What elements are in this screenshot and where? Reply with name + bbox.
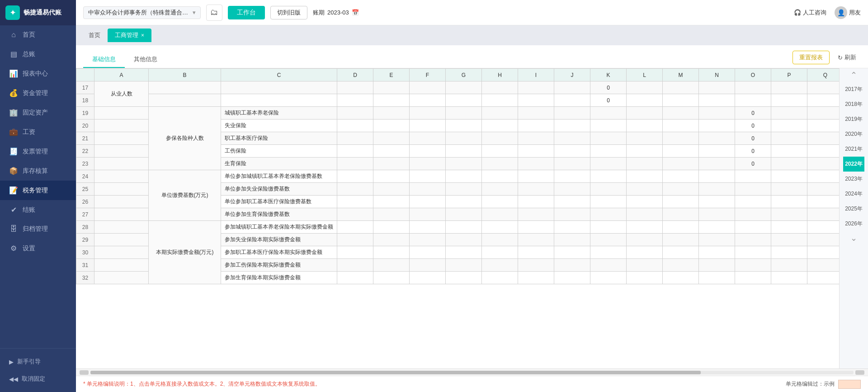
cell-col-j[interactable] <box>554 107 590 120</box>
cell-col-g[interactable] <box>446 246 482 259</box>
cell-col-c[interactable]: 城镇职工基本养老保险 <box>221 107 337 120</box>
cell-col-a[interactable] <box>94 234 149 246</box>
cell-col-o[interactable] <box>735 183 771 196</box>
year-scroll-up-button[interactable]: ⌃ <box>840 68 868 82</box>
cell-col-l[interactable] <box>627 81 663 94</box>
cell-col-f[interactable] <box>410 145 446 158</box>
cell-col-c[interactable]: 失业保险 <box>221 120 337 132</box>
cell-col-m[interactable] <box>663 145 699 158</box>
cell-col-n[interactable] <box>699 132 735 145</box>
col-header-c[interactable]: C <box>221 69 337 81</box>
cell-col-g[interactable] <box>446 81 482 94</box>
cell-col-i[interactable] <box>518 170 554 183</box>
cell-col-l[interactable] <box>627 107 663 120</box>
cell-col-l[interactable] <box>627 208 663 221</box>
cell-col-h[interactable] <box>482 234 518 246</box>
cell-col-k[interactable] <box>590 246 627 259</box>
cell-col-n[interactable] <box>699 170 735 183</box>
cell-col-k[interactable] <box>590 183 627 196</box>
sidebar-item-assets[interactable]: 🏢 固定资产 <box>0 103 76 122</box>
sidebar-item-home[interactable]: ⌂ 首页 <box>0 25 76 44</box>
scroll-right-button[interactable] <box>855 370 864 375</box>
cell-col-f[interactable] <box>410 170 446 183</box>
cell-col-j[interactable] <box>554 234 590 246</box>
scrollbar-thumb[interactable] <box>90 371 701 374</box>
cell-col-q[interactable] <box>807 170 840 183</box>
cell-col-i[interactable] <box>518 272 554 284</box>
sidebar-item-invoice[interactable]: 🧾 发票管理 <box>0 142 76 161</box>
cell-col-d[interactable] <box>337 246 373 259</box>
cell-col-j[interactable] <box>554 259 590 272</box>
cell-col-n[interactable] <box>699 208 735 221</box>
cell-col-p[interactable] <box>771 208 807 221</box>
cell-col-e[interactable] <box>373 158 410 170</box>
cell-col-i[interactable] <box>518 234 554 246</box>
cell-col-c[interactable]: 单位参加城镇职工基本养老保险缴费基数 <box>221 170 337 183</box>
cell-col-q[interactable] <box>807 208 840 221</box>
cell-col-i[interactable] <box>518 196 554 208</box>
year-item[interactable]: 2019年 <box>843 112 864 127</box>
cell-col-j[interactable] <box>554 208 590 221</box>
user-info[interactable]: 👤 用友 <box>835 6 861 19</box>
cell-col-i[interactable] <box>518 183 554 196</box>
cell-col-d[interactable] <box>337 120 373 132</box>
cell-col-l[interactable] <box>627 132 663 145</box>
cell-col-m[interactable] <box>663 158 699 170</box>
cell-col-g[interactable] <box>446 183 482 196</box>
cell-col-p[interactable] <box>771 107 807 120</box>
cell-col-n[interactable] <box>699 145 735 158</box>
cell-col-m[interactable] <box>663 170 699 183</box>
cell-col-j[interactable] <box>554 81 590 94</box>
cell-col-c[interactable] <box>221 81 337 94</box>
col-header-o[interactable]: O <box>735 69 771 81</box>
cell-col-n[interactable] <box>699 259 735 272</box>
cell-col-c[interactable]: 单位参加职工基本医疗保险缴费基数 <box>221 196 337 208</box>
cell-col-q[interactable] <box>807 221 840 234</box>
cell-col-f[interactable] <box>410 94 446 107</box>
cell-col-g[interactable] <box>446 259 482 272</box>
cell-col-q[interactable] <box>807 259 840 272</box>
cell-col-j[interactable] <box>554 196 590 208</box>
col-header-q[interactable]: Q <box>807 69 840 81</box>
cell-col-e[interactable] <box>373 132 410 145</box>
cell-col-g[interactable] <box>446 208 482 221</box>
year-item[interactable]: 2017年 <box>843 82 864 97</box>
cell-col-m[interactable] <box>663 81 699 94</box>
sidebar-item-salary[interactable]: 💼 工资 <box>0 122 76 142</box>
cell-col-p[interactable] <box>771 259 807 272</box>
cell-col-d[interactable] <box>337 221 373 234</box>
cell-col-e[interactable] <box>373 234 410 246</box>
cell-col-o[interactable] <box>735 246 771 259</box>
tab-business[interactable]: 工商管理 × <box>108 29 151 42</box>
cell-col-q[interactable] <box>807 94 840 107</box>
col-header-l[interactable]: L <box>627 69 663 81</box>
sub-tab-other[interactable]: 其他信息 <box>125 52 166 68</box>
cell-col-c[interactable]: 单位参加失业保险缴费基数 <box>221 183 337 196</box>
cell-col-a[interactable] <box>94 132 149 145</box>
cell-col-k[interactable] <box>590 234 627 246</box>
cell-col-c[interactable] <box>221 94 337 107</box>
cell-col-a[interactable] <box>94 107 149 120</box>
cell-col-i[interactable] <box>518 259 554 272</box>
cell-col-j[interactable] <box>554 221 590 234</box>
cell-col-m[interactable] <box>663 94 699 107</box>
cell-col-o[interactable]: 0 <box>735 145 771 158</box>
cell-col-h[interactable] <box>482 107 518 120</box>
cell-col-h[interactable] <box>482 208 518 221</box>
cell-col-o[interactable] <box>735 81 771 94</box>
cell-col-j[interactable] <box>554 158 590 170</box>
cell-col-m[interactable] <box>663 107 699 120</box>
cell-col-f[interactable] <box>410 221 446 234</box>
cell-col-d[interactable] <box>337 234 373 246</box>
year-item[interactable]: 2024年 <box>843 186 864 201</box>
cell-col-n[interactable] <box>699 120 735 132</box>
cell-col-k[interactable]: 0 <box>590 94 627 107</box>
cell-col-h[interactable] <box>482 120 518 132</box>
cell-col-h[interactable] <box>482 221 518 234</box>
calendar-icon[interactable]: 📅 <box>352 9 359 16</box>
cell-col-j[interactable] <box>554 170 590 183</box>
workbench-button[interactable]: 工作台 <box>228 6 265 19</box>
cell-col-g[interactable] <box>446 272 482 284</box>
cell-col-f[interactable] <box>410 158 446 170</box>
cell-col-n[interactable] <box>699 183 735 196</box>
